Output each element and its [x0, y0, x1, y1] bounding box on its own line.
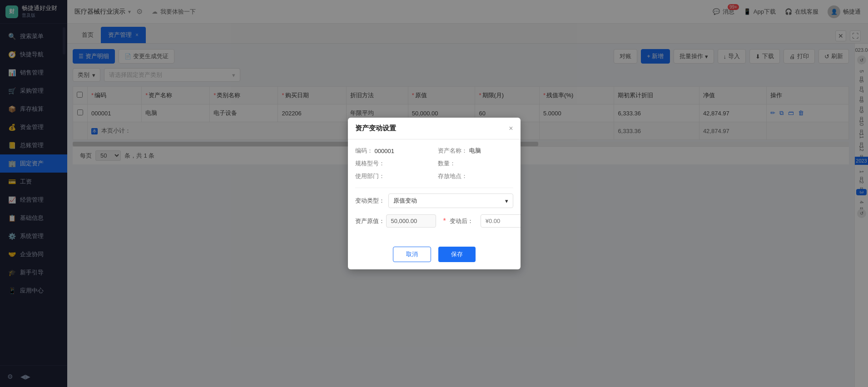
modal-quantity-label: 数量： [438, 159, 456, 168]
modal-code-item: 编码： 000001 [355, 147, 431, 155]
modal-code-value: 000001 [375, 148, 394, 154]
modal-title: 资产变动设置 [355, 124, 396, 133]
modal-after-label: 变动后： [450, 217, 477, 225]
modal-location-item: 存放地点： [438, 172, 513, 180]
modal-name-label: 资产名称： [438, 147, 467, 155]
modal-name-item: 资产名称： 电脑 [438, 147, 513, 155]
modal-original-value: 50,000.00 [391, 218, 417, 224]
modal-overlay: 资产变动设置 × 编码： 000001 资产名称： 电脑 规格型号： 数量： [0, 0, 868, 387]
modal-original-value-label: 资产原值： [355, 217, 382, 225]
modal-location-label: 存放地点： [438, 172, 467, 180]
modal-name-value: 电脑 [469, 147, 481, 155]
modal-change-type-row: 变动类型： 原值变动 ▾ [355, 194, 513, 208]
modal-body: 编码： 000001 资产名称： 电脑 规格型号： 数量： 使用部门： [348, 139, 521, 241]
asset-change-modal: 资产变动设置 × 编码： 000001 资产名称： 电脑 规格型号： 数量： [348, 118, 521, 269]
modal-footer: 取消 保存 [348, 241, 521, 269]
modal-values-row: 资产原值： 50,000.00 * 变动后： [355, 214, 513, 228]
modal-close-button[interactable]: × [509, 125, 513, 132]
modal-original-value-input: 50,000.00 [386, 214, 436, 228]
modal-department-label: 使用部门： [355, 172, 385, 180]
modal-quantity-item: 数量： [438, 159, 513, 168]
modal-code-label: 编码： [355, 147, 373, 155]
modal-info-grid: 编码： 000001 资产名称： 电脑 规格型号： 数量： 使用部门： [355, 147, 513, 180]
modal-header: 资产变动设置 × [348, 118, 521, 139]
modal-change-type-value: 原值变动 [393, 197, 417, 205]
modal-change-type-label: 变动类型： [355, 197, 385, 205]
modal-model-label: 规格型号： [355, 159, 385, 168]
modal-save-button[interactable]: 保存 [438, 247, 476, 262]
modal-model-item: 规格型号： [355, 159, 431, 168]
modal-change-type-select[interactable]: 原值变动 ▾ [388, 194, 513, 208]
modal-divider [355, 188, 513, 188]
modal-department-item: 使用部门： [355, 172, 431, 180]
modal-cancel-button[interactable]: 取消 [393, 247, 431, 262]
modal-required-mark: * [443, 217, 446, 225]
modal-after-input[interactable] [481, 214, 521, 228]
change-type-arrow: ▾ [505, 198, 508, 204]
